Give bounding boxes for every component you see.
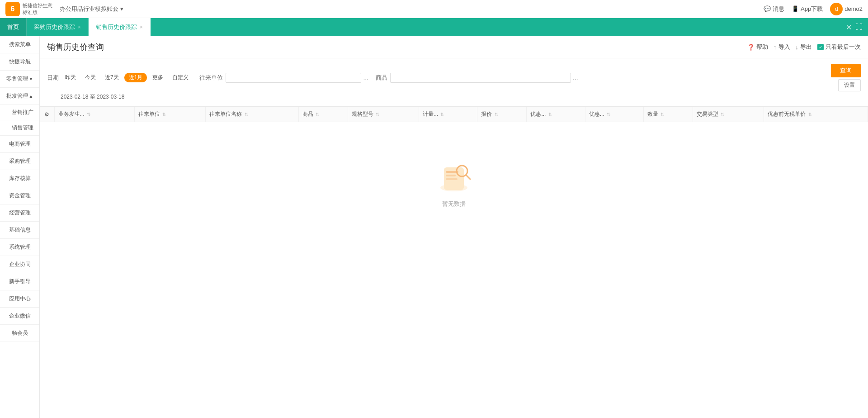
sidebar-item-basic-info[interactable]: 基础信息 [0, 222, 39, 239]
svg-rect-4 [446, 178, 458, 180]
page-container: 销售历史价查询 ❓ 帮助 ↑ 导入 ↓ 导出 ✓ [40, 36, 868, 418]
date-buttons: 昨天 今天 近7天 近1月 更多 自定义 [61, 73, 192, 82]
empty-state: 暂无数据 [40, 122, 868, 244]
empty-state-row: 暂无数据 [40, 122, 868, 245]
tab-purchase-close[interactable]: × [78, 24, 81, 30]
message-icon: 💬 [764, 5, 771, 12]
filter-bar: 日期 昨天 今天 近7天 近1月 更多 自定义 往来单位 [40, 58, 868, 107]
sidebar-item-retail[interactable]: 零售管理 ▼ [0, 71, 39, 88]
sidebar-item-finance[interactable]: 资金管理 [0, 187, 39, 204]
table-header-row: ⚙ 业务发生... ⇅ 往来单位 ⇅ 往来单位名称 ⇅ [40, 107, 868, 122]
date-btn-yesterday[interactable]: 昨天 [61, 73, 80, 82]
sidebar-item-quick-nav[interactable]: 快捷导航 [0, 53, 39, 71]
table-col-pretax-price[interactable]: 优惠前无税单价 ⇅ [764, 107, 868, 122]
sort-icon: ⇅ [495, 112, 498, 117]
sidebar-item-guide[interactable]: 新手引导 [0, 273, 39, 290]
tab-purchase[interactable]: 采购历史价跟踪 × [27, 18, 89, 36]
import-button[interactable]: ↑ 导入 [774, 43, 790, 51]
sidebar-item-operations[interactable]: 经营管理 [0, 204, 39, 222]
table-col-discount1[interactable]: 优惠... ⇅ [527, 107, 585, 122]
sort-icon: ⇅ [245, 112, 248, 117]
table-col-qty[interactable]: 数量 ⇅ [643, 107, 693, 122]
sort-icon: ⇅ [376, 112, 379, 117]
sidebar-item-search[interactable]: 搜索菜单 [0, 36, 39, 53]
goods-input-wrapper: ... [390, 73, 578, 83]
sidebar-item-system[interactable]: 系统管理 [0, 239, 39, 256]
sort-icon: ⇅ [808, 112, 812, 117]
date-btn-1month[interactable]: 近1月 [124, 73, 147, 82]
help-icon: ❓ [747, 44, 755, 51]
table-col-discount2[interactable]: 优惠... ⇅ [585, 107, 643, 122]
filter-actions: 查询 设置 [831, 64, 861, 91]
page-title-bar: 销售历史价查询 ❓ 帮助 ↑ 导入 ↓ 导出 ✓ [40, 36, 868, 58]
sort-icon: ⇅ [87, 112, 90, 117]
sidebar-item-wholesale[interactable]: 批发管理 ▲ [0, 88, 39, 105]
filter-row: 日期 昨天 今天 近7天 近1月 更多 自定义 往来单位 [47, 64, 861, 91]
tab-sales-close[interactable]: × [140, 24, 143, 30]
table-col-goods[interactable]: 商品 ⇅ [298, 107, 348, 122]
sidebar-item-enterprise[interactable]: 企业协同 [0, 256, 39, 273]
sort-icon: ⇅ [316, 112, 319, 117]
sidebar-item-sales-mgmt[interactable]: 销售管理 [0, 120, 39, 136]
sort-icon: ⇅ [607, 112, 610, 117]
date-btn-more[interactable]: 更多 [149, 73, 167, 82]
export-button[interactable]: ↓ 导出 [796, 43, 812, 51]
partner-filter: 往来单位 ... [199, 73, 368, 83]
maximize-button[interactable]: ⛶ [855, 23, 863, 31]
logo-icon: 6 [5, 2, 20, 16]
checkbox-checked-icon: ✓ [817, 44, 824, 50]
table-col-partner-name[interactable]: 往来单位名称 ⇅ [206, 107, 299, 122]
empty-text: 暂无数据 [442, 200, 466, 208]
close-tab-button[interactable]: ✕ [846, 23, 852, 32]
svg-point-7 [459, 168, 463, 172]
tab-sales[interactable]: 销售历史价跟踪 × [89, 18, 151, 36]
sidebar-item-inventory[interactable]: 库存核算 [0, 170, 39, 187]
table-col-spec[interactable]: 规格型号 ⇅ [348, 107, 419, 122]
app-selector[interactable]: 办公用品行业模拟账套 ▾ [56, 3, 127, 15]
date-btn-custom[interactable]: 自定义 [169, 73, 192, 82]
goods-input[interactable] [390, 73, 571, 83]
page-title: 销售历史价查询 [47, 42, 104, 52]
date-btn-7days[interactable]: 近7天 [101, 73, 123, 82]
table-col-quote[interactable]: 报价 ⇅ [477, 107, 527, 122]
sidebar-item-membership[interactable]: 畅会员 [0, 325, 39, 342]
date-label: 日期 [47, 74, 59, 82]
table-col-partner-code[interactable]: 往来单位 ⇅ [134, 107, 205, 122]
header-right: 💬 消息 📱 App下载 d demo2 [764, 3, 863, 15]
last-only-checkbox[interactable]: ✓ 只看最后一次 [817, 43, 861, 51]
sidebar-item-purchase[interactable]: 采购管理 [0, 153, 39, 170]
logo-area: 6 畅捷信好生意 标准版 [5, 2, 52, 16]
chevron-down-icon: ▼ [29, 76, 33, 81]
partner-dots-btn[interactable]: ... [363, 74, 368, 81]
download-button[interactable]: 📱 App下载 [792, 5, 823, 13]
tab-bar: 首页 采购历史价跟踪 × 销售历史价跟踪 × ✕ ⛶ [0, 18, 868, 36]
partner-input-wrapper: ... [226, 73, 368, 83]
sidebar-item-wechat[interactable]: 企业微信 [0, 308, 39, 325]
sort-icon: ⇅ [162, 112, 166, 117]
chevron-up-icon: ▲ [29, 94, 33, 99]
tab-home[interactable]: 首页 [0, 18, 27, 36]
table-col-unit[interactable]: 计量... ⇅ [419, 107, 477, 122]
sidebar-item-marketing[interactable]: 营销推广 [0, 105, 39, 120]
message-button[interactable]: 💬 消息 [764, 5, 784, 13]
table-col-date[interactable]: 业务发生... ⇅ [54, 107, 134, 122]
settings-button[interactable]: 设置 [838, 79, 861, 91]
logo-text: 畅捷信好生意 标准版 [23, 2, 52, 15]
query-button[interactable]: 查询 [831, 64, 861, 77]
sidebar-item-ecommerce[interactable]: 电商管理 [0, 136, 39, 153]
date-btn-today[interactable]: 今天 [81, 73, 99, 82]
sidebar-item-app-center[interactable]: 应用中心 [0, 290, 39, 308]
header-left: 6 畅捷信好生意 标准版 办公用品行业模拟账套 ▾ [5, 2, 127, 16]
help-button[interactable]: ❓ 帮助 [747, 43, 768, 51]
import-icon: ↑ [774, 44, 777, 51]
user-menu[interactable]: d demo2 [830, 3, 863, 15]
partner-input[interactable] [226, 73, 361, 83]
table-col-trade-type[interactable]: 交易类型 ⇅ [693, 107, 764, 122]
table-col-settings[interactable]: ⚙ [40, 107, 54, 122]
sort-icon: ⇅ [721, 112, 724, 117]
data-table: ⚙ 业务发生... ⇅ 往来单位 ⇅ 往来单位名称 ⇅ [40, 107, 868, 244]
sort-icon: ⇅ [660, 112, 664, 117]
goods-dots-btn[interactable]: ... [573, 74, 578, 81]
page-actions: ❓ 帮助 ↑ 导入 ↓ 导出 ✓ 只看最后一次 [747, 43, 861, 51]
table-wrapper: ⚙ 业务发生... ⇅ 往来单位 ⇅ 往来单位名称 ⇅ [40, 107, 868, 244]
